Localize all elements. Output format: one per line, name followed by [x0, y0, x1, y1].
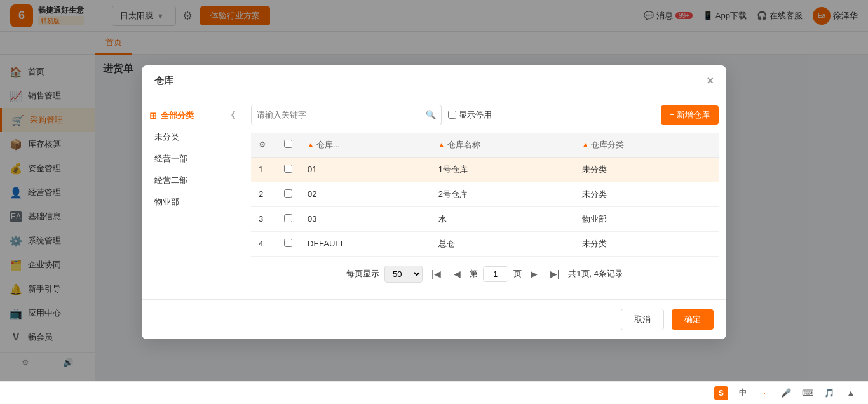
th-code[interactable]: ▲ 仓库...	[300, 133, 431, 158]
zh-input-icon[interactable]: 中	[736, 386, 750, 400]
row-checkbox[interactable]	[284, 239, 292, 247]
first-page-button[interactable]: |◀	[428, 266, 445, 281]
add-warehouse-button[interactable]: + 新增仓库	[661, 105, 719, 125]
table-row[interactable]: 1 01 1号仓库 未分类	[251, 157, 719, 182]
table-row[interactable]: 3 03 水 物业部	[251, 206, 719, 231]
row-checkbox[interactable]	[284, 165, 292, 173]
select-all-checkbox[interactable]	[284, 140, 292, 148]
music-icon[interactable]: 🎵	[822, 386, 836, 400]
search-box: 🔍	[251, 105, 442, 125]
row-checkbox[interactable]	[284, 189, 292, 198]
category-panel: ⊞ 全部分类 《 未分类 经营一部 经营二部 物业部	[142, 97, 243, 299]
table-panel: 🔍 显示停用 + 新增仓库 ⚙	[243, 97, 726, 299]
row-checkbox[interactable]	[284, 214, 292, 222]
confirm-button[interactable]: 确定	[672, 309, 714, 330]
table-row[interactable]: 4 DEFAULT 总仓 未分类	[251, 231, 719, 256]
show-disabled-checkbox[interactable]: 显示停用	[448, 109, 492, 121]
modal-title: 仓库	[154, 75, 173, 87]
prev-page-button[interactable]: ◀	[450, 266, 465, 281]
close-icon[interactable]: ×	[707, 74, 714, 88]
table-body: 1 01 1号仓库 未分类 2 02 2号仓库 未分类 3 03 水 物业部 4…	[251, 157, 719, 256]
th-name[interactable]: ▲ 仓库名称	[431, 133, 575, 158]
search-icon[interactable]: 🔍	[426, 110, 436, 119]
last-page-button[interactable]: ▶|	[546, 266, 564, 281]
modal-overlay: 仓库 × ⊞ 全部分类 《 未分类 经营一部 经营二部 物业部	[0, 0, 868, 404]
sort-icon-code: ▲	[308, 141, 314, 148]
modal-body: ⊞ 全部分类 《 未分类 经营一部 经营二部 物业部 🔍	[142, 97, 726, 299]
sort-icon-name: ▲	[438, 141, 445, 148]
warehouse-table: ⚙ ▲ 仓库...	[251, 133, 719, 257]
arrow-up-icon[interactable]: ▲	[844, 386, 858, 400]
category-item-ops2[interactable]: 经营二部	[142, 170, 243, 191]
pagination: 每页显示 102050100 |◀ ◀ 第 1 页 ▶ ▶| 共1页, 4条记录	[251, 257, 719, 292]
category-item-ops1[interactable]: 经营一部	[142, 148, 243, 170]
keyboard-icon[interactable]: ⌨	[801, 386, 815, 400]
grid-icon: ⊞	[149, 111, 157, 121]
table-header-row: ⚙ ▲ 仓库...	[251, 133, 719, 158]
th-category[interactable]: ▲ 仓库分类	[574, 133, 719, 158]
cancel-button[interactable]: 取消	[621, 309, 664, 330]
category-header[interactable]: ⊞ 全部分类 《	[142, 105, 243, 126]
table-row[interactable]: 2 02 2号仓库 未分类	[251, 182, 719, 206]
th-settings: ⚙	[251, 133, 276, 158]
brand-s-icon: S	[714, 386, 728, 400]
next-page-button[interactable]: ▶	[527, 266, 541, 281]
category-item-property[interactable]: 物业部	[142, 191, 243, 213]
category-item-unclassified[interactable]: 未分类	[142, 126, 243, 148]
warehouse-modal: 仓库 × ⊞ 全部分类 《 未分类 经营一部 经营二部 物业部	[142, 65, 726, 339]
modal-footer: 取消 确定	[142, 299, 726, 339]
sort-icon-category: ▲	[582, 141, 588, 148]
modal-header: 仓库 ×	[142, 65, 726, 97]
collapse-icon[interactable]: 《	[227, 110, 235, 121]
table-container: ⚙ ▲ 仓库...	[251, 133, 719, 257]
total-info: 共1页, 4条记录	[568, 268, 623, 279]
disabled-checkbox[interactable]	[448, 111, 456, 119]
bottom-bar: S 中 · 🎤 ⌨ 🎵 ▲	[0, 381, 868, 404]
search-input[interactable]	[257, 110, 426, 119]
page-number-input[interactable]: 1	[483, 266, 508, 282]
toolbar: 🔍 显示停用 + 新增仓库	[251, 105, 719, 125]
th-checkbox	[276, 133, 300, 158]
mic-icon[interactable]: 🎤	[779, 386, 793, 400]
settings-th-icon: ⚙	[259, 140, 266, 149]
dot-icon[interactable]: ·	[757, 386, 771, 400]
per-page-select[interactable]: 102050100	[384, 266, 423, 283]
